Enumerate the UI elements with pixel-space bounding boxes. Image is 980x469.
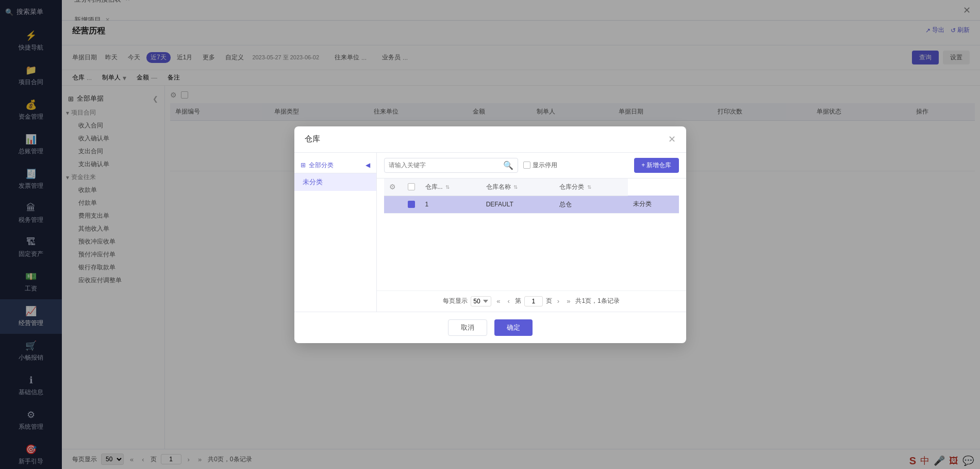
modal-search-box[interactable]: 🔍: [384, 158, 518, 173]
modal-table-gear-icon[interactable]: ⚙: [389, 183, 396, 191]
modal-pagination: 每页显示 50 « ‹ 第 页 › » 共1页，1条记录: [377, 290, 686, 312]
col-checkbox: [403, 179, 420, 196]
modal-page-word: 第: [515, 297, 521, 305]
modal-body: ⊞ 全部分类 ◀ 未分类 🔍 显示停用: [294, 153, 686, 312]
row-category: 未分类: [628, 196, 678, 213]
col-gear: ⚙: [384, 179, 403, 196]
modal-table-wrap: ⚙ 仓库... ⇅ 仓库名称 ⇅: [377, 179, 686, 290]
modal-right-panel: 🔍 显示停用 + 新增仓库 ⚙: [377, 153, 686, 312]
modal-total-records: 共1页，1条记录: [575, 297, 619, 305]
modal-search-input[interactable]: [389, 161, 500, 169]
row-checkbox[interactable]: [403, 196, 420, 213]
col-warehouse-category: 仓库分类 ⇅: [554, 179, 628, 196]
add-warehouse-btn[interactable]: + 新增仓库: [634, 158, 678, 173]
modal-left-collapse-btn[interactable]: ⊞ 全部分类 ◀: [294, 158, 376, 173]
modal-page-input[interactable]: [524, 296, 543, 306]
grid-icon2: ⊞: [301, 161, 306, 169]
col-warehouse-code: 仓库... ⇅: [420, 179, 481, 196]
category-item-unclassified[interactable]: 未分类: [294, 173, 376, 191]
modal-header: 仓库 ✕: [294, 126, 686, 153]
modal-table: ⚙ 仓库... ⇅ 仓库名称 ⇅: [384, 179, 679, 214]
row-code: DEFAULT: [481, 196, 555, 213]
modal-first-page-btn[interactable]: «: [494, 296, 502, 306]
row-gear: [384, 196, 403, 213]
sort-icon-2[interactable]: ⇅: [513, 184, 518, 190]
search-icon2: 🔍: [503, 160, 513, 170]
modal-dialog: 仓库 ✕ ⊞ 全部分类 ◀ 未分类: [294, 126, 686, 343]
show-disabled-label: 显示停用: [533, 161, 557, 170]
modal-per-page-label: 每页显示: [443, 297, 468, 305]
modal-next-page-btn[interactable]: ›: [555, 296, 561, 306]
modal-per-page-select[interactable]: 50: [471, 296, 491, 306]
show-disabled-checkbox-wrap: 显示停用: [523, 161, 557, 170]
modal-toolbar: 🔍 显示停用 + 新增仓库: [377, 153, 686, 179]
modal-overlay: 仓库 ✕ ⊞ 全部分类 ◀ 未分类: [0, 0, 980, 469]
modal-prev-page-btn[interactable]: ‹: [505, 296, 511, 306]
modal-table-row[interactable]: 1 DEFAULT 总仓 未分类: [384, 196, 679, 213]
modal-confirm-btn[interactable]: 确定: [494, 319, 533, 336]
modal-footer: 取消 确定: [294, 312, 686, 343]
show-disabled-checkbox[interactable]: [523, 161, 530, 169]
modal-page-suffix: 页: [546, 297, 552, 305]
modal-select-all-checkbox[interactable]: [408, 183, 415, 190]
sort-icon-1[interactable]: ⇅: [445, 184, 450, 190]
col-warehouse-name: 仓库名称 ⇅: [481, 179, 555, 196]
all-category-label: 全部分类: [309, 161, 334, 170]
modal-title: 仓库: [305, 134, 320, 144]
sort-icon-3[interactable]: ⇅: [587, 184, 591, 190]
modal-left-panel: ⊞ 全部分类 ◀ 未分类: [294, 153, 377, 312]
modal-last-page-btn[interactable]: »: [564, 296, 572, 306]
collapse-left-icon: ◀: [366, 161, 370, 169]
row-check[interactable]: [408, 201, 415, 208]
row-id: 1: [420, 196, 481, 213]
modal-cancel-btn[interactable]: 取消: [448, 319, 487, 336]
modal-close-btn[interactable]: ✕: [668, 134, 676, 145]
row-name: 总仓: [554, 196, 628, 213]
